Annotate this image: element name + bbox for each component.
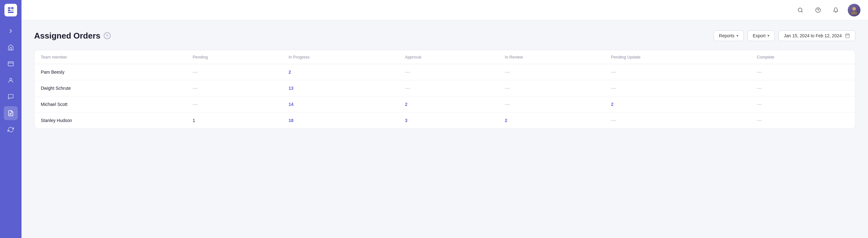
sidebar-item-inbox[interactable] [4, 57, 18, 71]
topbar [22, 0, 868, 20]
dash-icon: — [611, 69, 616, 75]
svg-point-6 [10, 78, 12, 80]
cell-link-value[interactable]: 14 [289, 102, 294, 107]
dash-icon: — [405, 69, 410, 75]
cell-approval[interactable]: 3 [399, 112, 499, 129]
assigned-orders-table: Team member Pending In Progress Approval… [34, 50, 855, 129]
page-header: Assigned Orders ? Reports ▾ Export ▾ Jan… [34, 30, 855, 41]
cell-pending: 1 [186, 112, 282, 129]
sidebar-item-chat[interactable] [4, 90, 18, 104]
cell-complete: — [750, 80, 855, 96]
cell-in_review[interactable]: 2 [499, 112, 605, 129]
col-team-member: Team member [34, 50, 186, 64]
sidebar-item-home[interactable] [4, 40, 18, 54]
col-complete: Complete [750, 50, 855, 64]
dash-icon: — [193, 86, 198, 91]
notifications-button[interactable] [830, 4, 841, 16]
svg-rect-0 [8, 7, 10, 9]
dash-icon: — [757, 86, 762, 91]
col-approval: Approval [399, 50, 499, 64]
col-pending: Pending [186, 50, 282, 64]
svg-point-14 [852, 7, 856, 10]
dash-icon: — [611, 86, 616, 91]
cell-team-member: Pam Beesly [34, 64, 186, 80]
dash-icon: — [757, 117, 762, 123]
dash-icon: — [193, 69, 198, 75]
cell-link-value[interactable]: 13 [289, 86, 294, 91]
sidebar-item-refresh[interactable] [4, 123, 18, 137]
cell-in_review: — [499, 64, 605, 80]
cell-in_progress[interactable]: 18 [282, 112, 399, 129]
cell-pending: — [186, 96, 282, 112]
cell-approval: — [399, 80, 499, 96]
cell-in_progress[interactable]: 14 [282, 96, 399, 112]
svg-rect-1 [11, 7, 13, 9]
table-header: Team member Pending In Progress Approval… [34, 50, 855, 64]
date-range-picker[interactable]: Jan 15, 2024 to Feb 12, 2024 [778, 30, 855, 41]
sidebar-item-navigate[interactable] [4, 24, 18, 38]
export-dropdown[interactable]: Export ▾ [747, 30, 775, 41]
cell-link-value[interactable]: 2 [405, 102, 408, 107]
reports-chevron-icon: ▾ [737, 34, 738, 38]
cell-team-member: Michael Scott [34, 96, 186, 112]
cell-pending_update: — [604, 112, 750, 129]
page-title: Assigned Orders [34, 31, 100, 41]
col-in-progress: In Progress [282, 50, 399, 64]
content-area: Assigned Orders ? Reports ▾ Export ▾ Jan… [22, 20, 868, 238]
svg-rect-15 [845, 34, 849, 38]
cell-pending: — [186, 80, 282, 96]
dash-icon: — [405, 86, 410, 91]
svg-rect-5 [8, 62, 13, 66]
title-group: Assigned Orders ? [34, 31, 111, 41]
svg-rect-2 [8, 9, 10, 11]
cell-link-value[interactable]: 2 [505, 118, 507, 123]
sidebar [0, 0, 22, 238]
header-actions: Reports ▾ Export ▾ Jan 15, 2024 to Feb 1… [714, 30, 855, 41]
cell-team-member: Stanley Hudson [34, 112, 186, 129]
title-help-icon[interactable]: ? [104, 32, 111, 39]
search-button[interactable] [795, 4, 806, 16]
app-logo[interactable] [4, 4, 17, 16]
cell-pending_update: — [604, 64, 750, 80]
calendar-icon [845, 33, 850, 38]
cell-in_progress[interactable]: 13 [282, 80, 399, 96]
export-chevron-icon: ▾ [768, 34, 769, 38]
dash-icon: — [193, 101, 198, 107]
cell-complete: — [750, 112, 855, 129]
dash-icon: — [757, 69, 762, 75]
cell-approval: — [399, 64, 499, 80]
cell-link-value[interactable]: 3 [405, 118, 408, 123]
cell-team-member: Dwight Schrute [34, 80, 186, 96]
cell-pending: — [186, 64, 282, 80]
cell-link-value[interactable]: 2 [611, 102, 614, 107]
cell-value: 1 [193, 118, 195, 123]
user-avatar[interactable] [848, 4, 860, 16]
cell-complete: — [750, 64, 855, 80]
help-button[interactable] [812, 4, 824, 16]
table-row: Michael Scott—142—2— [34, 96, 855, 112]
cell-in_progress[interactable]: 2 [282, 64, 399, 80]
svg-rect-3 [11, 9, 13, 11]
dash-icon: — [505, 101, 510, 107]
cell-link-value[interactable]: 18 [289, 118, 294, 123]
cell-link-value[interactable]: 2 [289, 70, 291, 75]
cell-pending_update: — [604, 80, 750, 96]
dash-icon: — [757, 101, 762, 107]
dash-icon: — [505, 69, 510, 75]
reports-dropdown[interactable]: Reports ▾ [714, 30, 744, 41]
table-row: Pam Beesly—2———— [34, 64, 855, 80]
sidebar-item-users[interactable] [4, 73, 18, 87]
cell-in_review: — [499, 96, 605, 112]
col-pending-update: Pending Update [604, 50, 750, 64]
cell-pending_update[interactable]: 2 [604, 96, 750, 112]
cell-approval[interactable]: 2 [399, 96, 499, 112]
table-row: Stanley Hudson11832—— [34, 112, 855, 129]
cell-in_review: — [499, 80, 605, 96]
dash-icon: — [505, 86, 510, 91]
svg-point-13 [851, 11, 857, 14]
dash-icon: — [611, 117, 616, 123]
col-in-review: In Review [499, 50, 605, 64]
svg-rect-4 [8, 12, 13, 13]
main-area: Assigned Orders ? Reports ▾ Export ▾ Jan… [22, 0, 868, 238]
sidebar-item-documents[interactable] [4, 106, 18, 120]
